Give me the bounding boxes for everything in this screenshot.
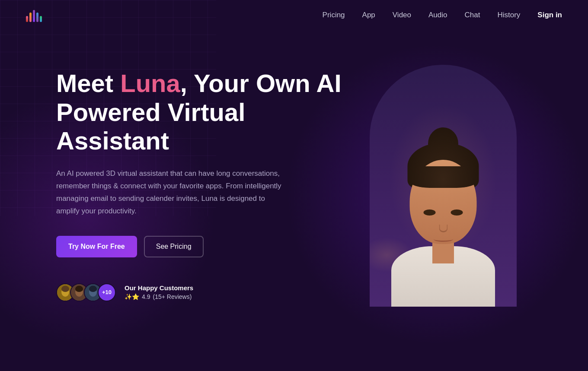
reviews-count: (15+ Reviews) — [153, 293, 192, 300]
nav-history[interactable]: History — [497, 11, 520, 19]
svg-point-2 — [61, 285, 69, 292]
nav-audio[interactable]: Audio — [428, 11, 447, 19]
face-glow — [389, 104, 497, 255]
nav-links: Pricing App Video Audio Chat History Sig… — [323, 11, 562, 19]
customers-text: Our Happy Customers ✨⭐ 4.9 (15+ Reviews) — [125, 284, 193, 300]
signin-button[interactable]: Sign in — [537, 11, 562, 19]
avatar-plus: +10 — [98, 283, 116, 301]
left-section: Meet Luna, Your Own AI Powered Virtual A… — [56, 56, 350, 301]
svg-point-5 — [75, 285, 83, 292]
svg-point-8 — [89, 285, 97, 292]
right-section — [350, 56, 536, 307]
try-now-button[interactable]: Try Now For Free — [56, 236, 137, 257]
customers-label: Our Happy Customers — [125, 284, 193, 292]
logo-icon — [26, 8, 42, 22]
rating-value: 4.9 — [142, 293, 150, 300]
logo[interactable] — [26, 8, 42, 22]
main-content: Meet Luna, Your Own AI Powered Virtual A… — [0, 30, 588, 371]
cta-buttons: Try Now For Free See Pricing — [56, 236, 350, 257]
hero-description: An AI powered 3D virtual assistant that … — [56, 168, 285, 218]
customer-avatars: +10 — [56, 283, 116, 301]
nav-video[interactable]: Video — [393, 11, 411, 19]
customers-section: +10 Our Happy Customers ✨⭐ 4.9 (15+ Revi… — [56, 283, 350, 301]
star-icon: ✨⭐ — [125, 293, 139, 300]
customers-rating: ✨⭐ 4.9 (15+ Reviews) — [125, 293, 193, 300]
see-pricing-button[interactable]: See Pricing — [144, 236, 204, 257]
ai-avatar — [370, 56, 517, 307]
nav-chat[interactable]: Chat — [465, 11, 480, 19]
nav-app[interactable]: App — [362, 11, 375, 19]
nav-pricing[interactable]: Pricing — [323, 11, 345, 19]
title-prefix: Meet — [56, 69, 120, 97]
character-background — [370, 65, 517, 307]
navbar: Pricing App Video Audio Chat History Sig… — [0, 0, 588, 30]
title-brand: Luna — [120, 69, 180, 97]
hero-title: Meet Luna, Your Own AI Powered Virtual A… — [56, 69, 350, 155]
